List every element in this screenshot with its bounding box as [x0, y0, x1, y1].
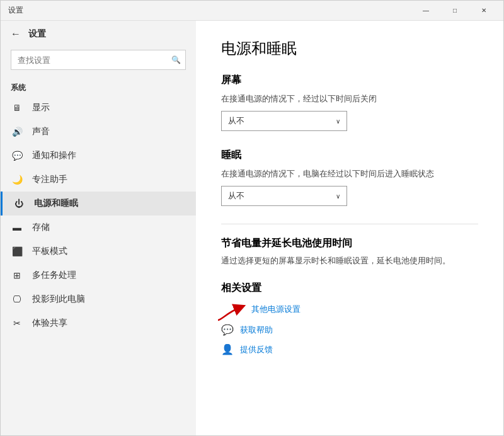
battery-section-desc: 通过选择更短的屏幕显示时长和睡眠设置，延长电池使用时间。 [221, 255, 478, 267]
sidebar-item-label: 声音 [32, 126, 50, 137]
back-button[interactable]: ← [11, 28, 21, 40]
search-input[interactable] [11, 50, 186, 70]
red-arrow-icon [215, 301, 249, 325]
sidebar-item-label: 通知和操作 [32, 150, 76, 161]
minimize-button[interactable]: — [411, 1, 440, 21]
sidebar-item-label: 体验共享 [32, 318, 67, 329]
multitask-icon: ⊞ [11, 270, 23, 280]
sidebar-item-label: 多任务处理 [32, 270, 76, 281]
sleep-dropdown[interactable]: 从不 ∨ [221, 186, 347, 206]
battery-section-title: 节省电量并延长电池使用时间 [221, 237, 478, 250]
sidebar-item-label: 显示 [32, 102, 50, 113]
sidebar-item-notifications[interactable]: 💬 通知和操作 [1, 144, 196, 168]
sidebar-title: 设置 [28, 28, 46, 40]
sidebar-item-label: 存储 [32, 222, 50, 233]
sidebar-section-label: 系统 [1, 77, 196, 96]
feedback-link[interactable]: 提供反馈 [240, 344, 273, 355]
screen-dropdown-value: 从不 [228, 115, 244, 127]
other-power-settings-link[interactable]: 其他电源设置 [251, 304, 301, 315]
screen-dropdown[interactable]: 从不 ∨ [221, 111, 347, 131]
focus-icon: 🌙 [11, 175, 23, 185]
sidebar-item-multitask[interactable]: ⊞ 多任务处理 [1, 263, 196, 287]
feedback-item: 👤 提供反馈 [221, 343, 478, 355]
page-title: 电源和睡眠 [221, 38, 478, 59]
close-button[interactable]: ✕ [469, 1, 498, 21]
sidebar-item-label: 平板模式 [32, 246, 67, 257]
sidebar-item-label: 投影到此电脑 [32, 294, 85, 305]
screen-section-title: 屏幕 [221, 74, 478, 87]
sleep-section-desc: 在接通电源的情况下，电脑在经过以下时间后进入睡眠状态 [221, 168, 478, 180]
sleep-dropdown-wrap: 从不 ∨ [221, 186, 478, 206]
titlebar-controls: — □ ✕ [411, 1, 498, 21]
titlebar: 设置 — □ ✕ [1, 1, 503, 21]
sidebar-item-label: 专注助手 [32, 174, 67, 185]
get-help-item: 💬 获取帮助 [221, 324, 478, 336]
sidebar-item-sound[interactable]: 🔊 声音 [1, 120, 196, 144]
maximize-button[interactable]: □ [440, 1, 469, 21]
sleep-section-title: 睡眠 [221, 149, 478, 162]
sleep-dropdown-value: 从不 [228, 190, 244, 202]
power-icon: ⏻ [13, 198, 25, 209]
sidebar-header: ← 设置 [1, 21, 196, 47]
get-help-link[interactable]: 获取帮助 [240, 324, 273, 336]
sidebar-item-display[interactable]: 🖥 显示 [1, 96, 196, 120]
notifications-icon: 💬 [11, 151, 23, 161]
related-section-title: 相关设置 [221, 282, 478, 295]
titlebar-title: 设置 [8, 5, 23, 16]
right-panel: 电源和睡眠 屏幕 在接通电源的情况下，经过以下时间后关闭 从不 ∨ 睡眠 在接通… [196, 21, 503, 435]
help-chat-icon: 💬 [221, 324, 234, 336]
sidebar-item-label: 电源和睡眠 [34, 198, 78, 209]
display-icon: 🖥 [11, 103, 23, 113]
search-box-container: 🔍 [11, 50, 186, 70]
window: 设置 — □ ✕ ← 设置 🔍 系统 🖥 显示 [0, 0, 504, 436]
sound-icon: 🔊 [11, 127, 23, 137]
sidebar-item-power[interactable]: ⏻ 电源和睡眠 [1, 192, 196, 215]
sidebar-item-share[interactable]: ✂ 体验共享 [1, 311, 196, 335]
screen-dropdown-wrap: 从不 ∨ [221, 111, 478, 131]
storage-icon: ▬ [11, 222, 23, 232]
sidebar-item-tablet[interactable]: ⬛ 平板模式 [1, 239, 196, 263]
sidebar-item-project[interactable]: 🖵 投影到此电脑 [1, 287, 196, 311]
main-content: ← 设置 🔍 系统 🖥 显示 🔊 声音 💬 通知和操作 � [1, 21, 503, 435]
share-icon: ✂ [11, 318, 23, 328]
sidebar-item-storage[interactable]: ▬ 存储 [1, 215, 196, 239]
other-power-settings-link-row: 其他电源设置 [221, 304, 478, 315]
divider [221, 224, 478, 224]
tablet-icon: ⬛ [11, 246, 23, 256]
project-icon: 🖵 [11, 294, 23, 304]
feedback-icon: 👤 [221, 343, 234, 355]
chevron-down-icon: ∨ [336, 193, 340, 200]
chevron-down-icon: ∨ [336, 118, 340, 125]
search-icon: 🔍 [171, 55, 181, 64]
sidebar: ← 设置 🔍 系统 🖥 显示 🔊 声音 💬 通知和操作 � [1, 21, 196, 435]
screen-section-desc: 在接通电源的情况下，经过以下时间后关闭 [221, 93, 478, 105]
titlebar-left: 设置 [8, 5, 23, 16]
sidebar-item-focus[interactable]: 🌙 专注助手 [1, 168, 196, 192]
